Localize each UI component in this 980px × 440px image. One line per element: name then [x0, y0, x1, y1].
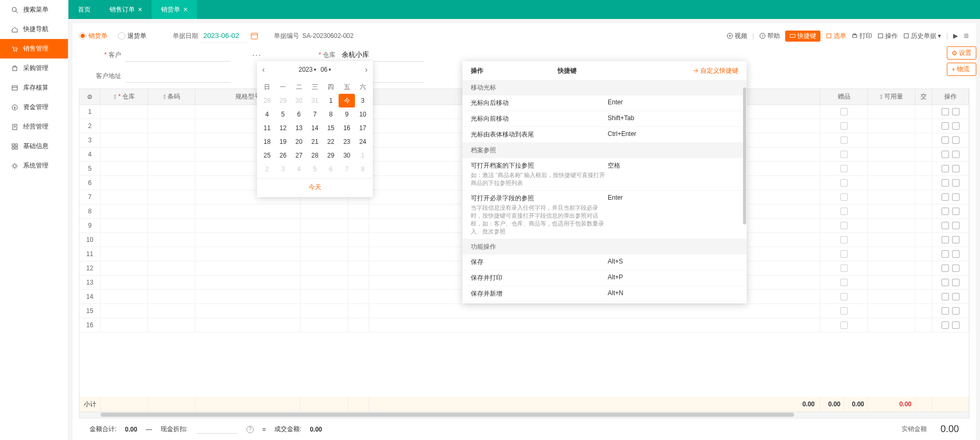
cal-day[interactable]: 25 — [259, 149, 275, 162]
cal-year[interactable]: 2023 — [299, 66, 313, 73]
close-icon[interactable]: × — [183, 5, 187, 14]
gift-checkbox[interactable] — [840, 293, 848, 300]
cal-day[interactable]: 20 — [291, 135, 307, 149]
sidebar-item-3[interactable]: 采购管理 — [0, 58, 68, 78]
cal-day[interactable]: 3 — [275, 162, 291, 176]
delete-row-icon[interactable] — [942, 208, 949, 215]
cal-day[interactable]: 28 — [307, 149, 323, 162]
cal-day[interactable]: 31 — [307, 94, 323, 107]
copy-row-icon[interactable] — [952, 136, 959, 144]
cal-day[interactable]: 29 — [323, 149, 339, 162]
history-button[interactable]: 历史单据▾ — [903, 32, 941, 41]
help-button[interactable]: ?帮助 — [759, 32, 780, 41]
info-icon[interactable]: ? — [246, 426, 254, 433]
cal-day[interactable]: 8 — [323, 107, 339, 121]
cal-day[interactable]: 3 — [355, 94, 371, 107]
customer-input[interactable] — [125, 48, 231, 62]
sort-icon[interactable]: ▲▼ — [879, 94, 884, 100]
cal-day[interactable]: 4 — [291, 162, 307, 176]
copy-row-icon[interactable] — [952, 293, 959, 300]
cal-day[interactable]: 23 — [339, 135, 354, 149]
popup-scrollbar[interactable] — [743, 87, 746, 301]
gift-checkbox[interactable] — [840, 151, 848, 158]
copy-row-icon[interactable] — [952, 151, 959, 158]
tab-1[interactable]: 销售订单× — [100, 0, 152, 19]
delete-row-icon[interactable] — [942, 236, 949, 243]
sidebar-item-2[interactable]: 销售管理 — [0, 39, 68, 58]
discount-input[interactable] — [196, 425, 238, 434]
gear-column-icon[interactable]: ⚙ — [87, 93, 93, 101]
cal-day[interactable]: 11 — [259, 121, 275, 135]
copy-row-icon[interactable] — [952, 122, 959, 130]
copy-row-icon[interactable] — [952, 222, 959, 229]
sidebar-item-8[interactable]: 系统管理 — [0, 156, 68, 175]
gift-checkbox[interactable] — [840, 279, 848, 286]
cal-day[interactable]: 12 — [275, 121, 291, 135]
gift-checkbox[interactable] — [840, 108, 848, 115]
delete-row-icon[interactable] — [942, 250, 949, 258]
sidebar-item-1[interactable]: 快捷导航 — [0, 19, 68, 39]
cal-day[interactable]: 24 — [355, 135, 371, 149]
cal-today-button[interactable]: 今天 — [257, 178, 373, 197]
cal-day[interactable]: 5 — [275, 107, 291, 121]
copy-row-icon[interactable] — [952, 193, 959, 201]
cal-day[interactable]: 26 — [275, 149, 291, 162]
cal-day[interactable]: 8 — [355, 162, 371, 176]
cal-day[interactable]: 30 — [339, 149, 354, 162]
delete-row-icon[interactable] — [942, 165, 949, 172]
copy-row-icon[interactable] — [952, 307, 959, 315]
gift-checkbox[interactable] — [840, 307, 848, 315]
gift-checkbox[interactable] — [840, 165, 848, 172]
cal-day[interactable]: 22 — [323, 135, 339, 149]
delete-row-icon[interactable] — [942, 293, 949, 300]
cal-day[interactable]: 27 — [291, 149, 307, 162]
cal-month[interactable]: 06 — [321, 66, 328, 73]
gift-checkbox[interactable] — [840, 250, 848, 258]
cal-day[interactable]: 10 — [355, 107, 371, 121]
tab-2[interactable]: 销货单× — [152, 0, 197, 19]
gift-checkbox[interactable] — [840, 321, 848, 329]
copy-row-icon[interactable] — [952, 165, 959, 172]
shortcut-button[interactable]: 快捷键 — [785, 31, 820, 42]
cal-day[interactable]: 18 — [259, 135, 275, 149]
gift-checkbox[interactable] — [840, 208, 848, 215]
operate-button[interactable]: 操作 — [877, 32, 898, 41]
gift-checkbox[interactable] — [840, 265, 848, 272]
copy-row-icon[interactable] — [952, 265, 959, 272]
video-button[interactable]: 视频 — [727, 32, 747, 41]
delete-row-icon[interactable] — [942, 307, 949, 315]
cal-day[interactable]: 17 — [355, 121, 371, 135]
logistics-button[interactable]: +物流 — [947, 63, 976, 76]
cal-day[interactable]: 7 — [307, 107, 323, 121]
delete-row-icon[interactable] — [942, 136, 949, 144]
cal-day[interactable]: 4 — [259, 107, 275, 121]
sidebar-item-6[interactable]: 经营管理 — [0, 117, 68, 136]
delete-row-icon[interactable] — [942, 265, 949, 272]
copy-row-icon[interactable] — [952, 321, 959, 329]
cal-day[interactable]: 21 — [307, 135, 323, 149]
cal-day[interactable]: 19 — [275, 135, 291, 149]
sort-icon[interactable]: ▲▼ — [163, 94, 167, 100]
cal-day[interactable]: 6 — [291, 107, 307, 121]
delete-row-icon[interactable] — [942, 151, 949, 158]
cal-day[interactable]: 29 — [275, 94, 291, 107]
cal-day[interactable]: 30 — [291, 94, 307, 107]
more-customer[interactable]: ⋯ — [252, 49, 262, 61]
radio-1[interactable] — [118, 32, 125, 40]
gift-checkbox[interactable] — [840, 222, 848, 229]
table-row[interactable]: 16 — [80, 318, 969, 333]
gift-checkbox[interactable] — [840, 179, 848, 187]
cal-day[interactable]: 14 — [307, 121, 323, 135]
cal-day[interactable]: 28 — [259, 94, 275, 107]
sidebar-item-7[interactable]: 基础信息 — [0, 136, 68, 156]
cal-day[interactable]: 16 — [339, 121, 354, 135]
cal-prev[interactable]: ‹ — [262, 65, 265, 74]
gift-checkbox[interactable] — [840, 236, 848, 243]
cal-day[interactable]: 5 — [307, 162, 323, 176]
delete-row-icon[interactable] — [942, 222, 949, 229]
sidebar-item-5[interactable]: ¥资金管理 — [0, 97, 68, 117]
cal-day[interactable]: 6 — [323, 162, 339, 176]
gift-checkbox[interactable] — [840, 122, 848, 130]
cal-next[interactable]: › — [365, 65, 368, 74]
delete-row-icon[interactable] — [942, 193, 949, 201]
